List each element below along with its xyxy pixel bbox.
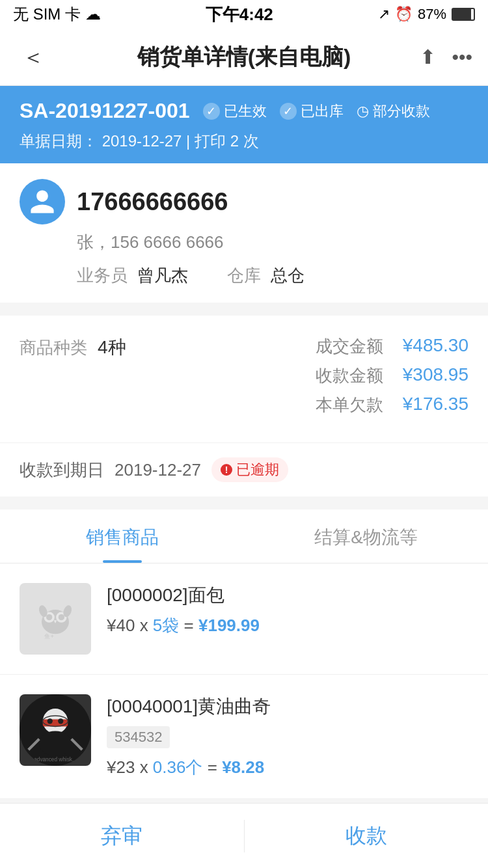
price-total-2: ¥8.28 bbox=[222, 757, 264, 777]
warehouse-info: 仓库 总仓 bbox=[227, 264, 305, 287]
owed-label: 本单欠款 bbox=[316, 394, 383, 416]
table-row: 鱼+ [0000002]面包 ¥40 x 5袋 = ¥199.99 bbox=[0, 563, 488, 675]
status-badge-shipped: 已出库 bbox=[280, 102, 344, 121]
status-right: ↗ ⏰ 87% bbox=[378, 6, 475, 23]
order-id: SA-20191227-001 bbox=[20, 99, 190, 123]
ninja-icon: advanced whisk... bbox=[20, 694, 91, 766]
tab-sales-products[interactable]: 销售商品 bbox=[0, 509, 244, 563]
svg-point-13 bbox=[47, 718, 53, 724]
back-button[interactable]: ＜ bbox=[16, 36, 51, 79]
customer-name-phone: 张，156 6666 6666 bbox=[77, 231, 468, 254]
print-separator: | 打印 bbox=[186, 132, 226, 150]
customer-top: 17666666666 bbox=[20, 179, 468, 224]
share-icon[interactable]: ⬆ bbox=[420, 46, 436, 68]
product-thumbnail-1: 鱼+ bbox=[20, 583, 91, 655]
product-type-label: 商品种类 bbox=[20, 336, 87, 359]
price-x-2: x bbox=[140, 757, 153, 777]
price-x-1: x bbox=[140, 616, 153, 635]
product-name-1: [0000002]面包 bbox=[107, 583, 468, 608]
sim-status: 无 SIM 卡 ☁ bbox=[13, 4, 101, 25]
bottom-bar: 弃审 收款 bbox=[0, 803, 488, 868]
summary-right: 成交金额 ¥485.30 收款金额 ¥308.95 本单欠款 ¥176.35 bbox=[316, 335, 468, 423]
deal-amount-label: 成交金额 bbox=[316, 335, 383, 358]
svg-text:鱼+: 鱼+ bbox=[44, 633, 53, 640]
reject-button[interactable]: 弃审 bbox=[0, 809, 244, 863]
date-label: 单据日期： bbox=[20, 132, 98, 150]
deal-amount-row: 成交金额 ¥485.30 bbox=[316, 335, 468, 358]
print-suffix: 次 bbox=[243, 132, 259, 150]
print-count: 2 bbox=[230, 132, 239, 150]
customer-phone: 17666666666 bbox=[77, 188, 228, 216]
status-badge-partial: 部分收款 bbox=[357, 102, 430, 121]
product-thumbnail-2: advanced whisk... bbox=[20, 694, 91, 766]
product-list: 鱼+ [0000002]面包 ¥40 x 5袋 = ¥199.99 bbox=[0, 563, 488, 799]
customer-meta: 业务员 曾凡杰 仓库 总仓 bbox=[77, 264, 468, 287]
owl-icon: 鱼+ bbox=[33, 596, 78, 642]
summary-section: 商品种类 4种 成交金额 ¥485.30 收款金额 ¥308.95 本单欠款 ¥… bbox=[0, 316, 488, 442]
user-icon bbox=[28, 187, 57, 216]
svg-point-14 bbox=[58, 718, 63, 724]
collected-label: 收款金额 bbox=[316, 364, 383, 387]
price-qty-2: 0.36个 bbox=[153, 757, 203, 777]
price-eq-1: = bbox=[184, 616, 198, 635]
owed-value: ¥176.35 bbox=[403, 394, 468, 416]
order-banner-top: SA-20191227-001 已生效 已出库 部分收款 bbox=[20, 99, 468, 123]
due-date-label: 收款到期日 bbox=[20, 459, 104, 481]
product-name-2: [00040001]黄油曲奇 bbox=[107, 694, 468, 719]
product-info-1: [0000002]面包 ¥40 x 5袋 = ¥199.99 bbox=[107, 583, 468, 637]
svg-point-4 bbox=[59, 614, 64, 620]
overdue-text: 已逾期 bbox=[236, 460, 279, 480]
page-title: 销货单详情(来自电脑) bbox=[137, 42, 351, 72]
product-type-row: 商品种类 4种 bbox=[20, 335, 126, 360]
svg-point-15 bbox=[39, 731, 72, 756]
overdue-badge: ! 已逾期 bbox=[211, 457, 288, 482]
sales-label: 业务员 bbox=[77, 265, 128, 285]
avatar bbox=[20, 179, 65, 224]
nav-bar: ＜ 销货单详情(来自电脑) ⬆ ••• bbox=[0, 29, 488, 86]
owed-amount-row: 本单欠款 ¥176.35 bbox=[316, 394, 468, 416]
collect-button[interactable]: 收款 bbox=[245, 809, 489, 863]
tab-settlement[interactable]: 结算&物流等 bbox=[244, 509, 488, 563]
location-icon: ↗ bbox=[378, 6, 390, 23]
product-sku-badge: 534532 bbox=[107, 726, 170, 748]
battery-icon bbox=[452, 8, 475, 21]
overdue-icon: ! bbox=[221, 464, 232, 476]
more-icon[interactable]: ••• bbox=[452, 46, 472, 68]
price-base-1: ¥40 bbox=[107, 616, 135, 635]
table-row: advanced whisk... [00040001]黄油曲奇 534532 … bbox=[0, 675, 488, 799]
nav-actions: ⬆ ••• bbox=[420, 46, 472, 68]
svg-point-3 bbox=[46, 614, 52, 620]
status-badge-active: 已生效 bbox=[203, 102, 267, 121]
warehouse-value: 总仓 bbox=[271, 265, 305, 285]
tab-bar: 销售商品 结算&物流等 bbox=[0, 509, 488, 563]
price-eq-2: = bbox=[208, 757, 222, 777]
price-base-2: ¥23 bbox=[107, 757, 135, 777]
product-type-value: 4种 bbox=[98, 335, 126, 360]
collected-value: ¥308.95 bbox=[403, 364, 468, 387]
price-total-1: ¥199.99 bbox=[198, 616, 260, 635]
status-bar: 无 SIM 卡 ☁ 下午4:42 ↗ ⏰ 87% bbox=[0, 0, 488, 29]
price-qty-1: 5袋 bbox=[153, 616, 179, 635]
order-banner-sub: 单据日期： 2019-12-27 | 打印 2 次 bbox=[20, 131, 468, 152]
divider-1 bbox=[0, 303, 488, 316]
product-price-1: ¥40 x 5袋 = ¥199.99 bbox=[107, 614, 468, 637]
ninja-image: advanced whisk... bbox=[20, 694, 91, 766]
warehouse-label: 仓库 bbox=[227, 265, 261, 285]
product-price-2: ¥23 x 0.36个 = ¥8.28 bbox=[107, 756, 468, 779]
customer-section: 17666666666 张，156 6666 6666 业务员 曾凡杰 仓库 总… bbox=[0, 163, 488, 303]
summary-left: 商品种类 4种 bbox=[20, 335, 126, 364]
due-date-value: 2019-12-27 bbox=[115, 460, 201, 480]
sales-value: 曾凡杰 bbox=[137, 265, 188, 285]
svg-text:advanced whisk...: advanced whisk... bbox=[34, 757, 77, 763]
alarm-icon: ⏰ bbox=[395, 6, 413, 23]
order-date: 2019-12-27 bbox=[102, 132, 182, 150]
battery-status: 87% bbox=[418, 6, 446, 23]
order-banner: SA-20191227-001 已生效 已出库 部分收款 单据日期： 2019-… bbox=[0, 86, 488, 163]
due-section: 收款到期日 2019-12-27 ! 已逾期 bbox=[0, 442, 488, 496]
status-time: 下午4:42 bbox=[206, 3, 273, 26]
deal-amount-value: ¥485.30 bbox=[403, 335, 468, 358]
product-info-2: [00040001]黄油曲奇 534532 ¥23 x 0.36个 = ¥8.2… bbox=[107, 694, 468, 779]
sales-info: 业务员 曾凡杰 bbox=[77, 264, 188, 287]
status-left: 无 SIM 卡 ☁ bbox=[13, 4, 101, 25]
collected-amount-row: 收款金额 ¥308.95 bbox=[316, 364, 468, 387]
